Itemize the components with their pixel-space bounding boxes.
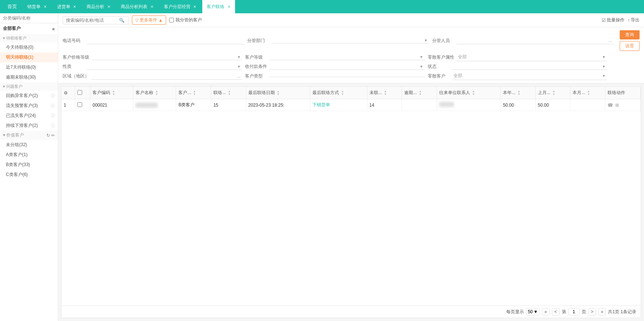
search-box[interactable]: 🔍 [63,16,129,24]
status-arrow: ▼ [602,65,606,69]
prev-page-btn[interactable]: < [552,308,560,315]
nav-product-analysis-list[interactable]: 商品分析列表 ✕ [116,0,158,13]
select-all-checkbox[interactable] [77,90,82,95]
nav-customer-contact-close[interactable]: ✕ [227,4,231,9]
sidebar-item-declining[interactable]: 持续下滑客户(2) ⓘ [0,121,58,131]
price-level-select[interactable]: ▼ [91,54,242,60]
dept-select[interactable]: ▼ [272,38,429,44]
query-btn[interactable]: 查询 [620,30,640,39]
sidebar-item-class-b[interactable]: B类客户(33) [0,160,58,170]
retail-customer-arrow: ▼ [602,74,606,78]
search-icon[interactable]: 🔍 [119,18,125,23]
row-overdue [402,99,437,111]
col-settings[interactable]: ⚙ [62,87,75,99]
nav-product-analysis[interactable]: 商品分析 ✕ [82,0,115,13]
person-select[interactable]: ... [456,37,614,44]
first-page-btn[interactable]: « [542,308,550,315]
col-this-month: 本月... ▲▼ [570,87,605,99]
this-month-sort[interactable]: ▲▼ [587,90,590,96]
sidebar-item-overdue[interactable]: 逾期未联络(30) [0,72,58,82]
per-page-select[interactable]: 50 ▼ [526,308,540,315]
sidebar-item-7days[interactable]: 近7天待联络(0) [0,62,58,72]
nav-purchase-order-close[interactable]: ✕ [73,4,76,9]
nav-customer-seg-close[interactable]: ✕ [193,4,196,9]
person-more-btn[interactable]: ... [609,38,612,43]
sidebar-item-abnormal-repurchase[interactable]: 回购异常客户(2) ⓘ [0,91,58,101]
sidebar-item-class-a[interactable]: A类客户(1) [0,150,58,160]
phone-input[interactable] [87,37,244,44]
col-checkbox [75,87,90,99]
col-contact-person: 往来单位联系人 ▲▼ [437,87,500,99]
overdue-sort[interactable]: ▲▼ [419,90,422,96]
sidebar-item-churn-warning[interactable]: 流失预警客户(3) ⓘ [0,101,58,111]
retail-customer-select[interactable]: 全部 ▼ [452,72,607,80]
my-customers-checkbox[interactable] [169,18,174,23]
row-select-checkbox[interactable] [77,102,82,107]
filter-customer-level: 客户等级 ▼ [245,54,424,61]
sidebar-search-box[interactable]: 🔍 [0,13,58,23]
nav-home[interactable]: 首页 [3,0,21,13]
col-last-date: 最后联络日期 ▲▼ [246,87,310,99]
sidebar-item-unclassified[interactable]: 未分组(32) [0,140,58,150]
region-select[interactable]: ... [91,73,242,80]
sidebar-item-class-c[interactable]: C类客户(6) [0,170,58,180]
bulk-action-btn[interactable]: ☑ 批量操作 [602,17,624,23]
page-number-input[interactable] [568,308,580,315]
row-contact-person [437,99,500,111]
nav-customer-segmentation[interactable]: 客户分层经营 ✕ [160,0,201,13]
sidebar-search-input[interactable] [3,15,58,21]
payment-select[interactable]: ▼ [269,64,424,70]
last-date-sort[interactable]: ▲▼ [277,90,280,96]
region-more-btn[interactable]: ... [237,73,241,79]
more-filter-btn[interactable]: ▽ 更多条件 ▲ [132,15,166,25]
all-customers-header[interactable]: 全部客户 « [0,23,58,34]
nav-sales-order-close[interactable]: ✕ [43,4,47,9]
nav-purchase-order[interactable]: 进货单 ✕ [53,0,81,13]
nav-product-analysis-list-close[interactable]: ✕ [150,4,154,9]
last-page-btn[interactable]: » [598,308,606,315]
nav-product-analysis-close[interactable]: ✕ [107,4,111,9]
table-wrapper[interactable]: ⚙ 客户编码 ▲▼ 客户名称 ▲▼ 客户... [62,87,641,306]
customer-type-select[interactable] [269,75,424,77]
data-table-area: ⚙ 客户编码 ▲▼ 客户名称 ▲▼ 客户... [61,86,641,318]
contact-person-sort[interactable]: ▲▼ [472,90,475,96]
sidebar-item-today[interactable]: 今天待联络(0) [0,42,58,52]
checkbox-icon: ☑ [602,18,606,23]
price-level-arrow: ▼ [237,55,241,59]
row-last-date: 2023-05-23 18:25: [246,99,310,111]
filter-row-1: 电话号码 分管部门 ▼ 分管人员 ... [63,30,640,51]
contact-sort[interactable]: ▲▼ [228,90,231,96]
uncontacted-sort[interactable]: ▲▼ [384,90,387,96]
my-customers-checkbox-label[interactable]: 我分管的客户 [169,17,202,23]
set-btn[interactable]: 设置 [620,41,640,51]
action-grid-icon[interactable]: ⊞ [615,103,619,108]
code-sort[interactable]: ▲▼ [112,90,115,96]
sidebar-item-tomorrow[interactable]: 明天待联络(1) [0,52,58,62]
last-month-sort[interactable]: ▲▼ [552,90,555,96]
nav-customer-contact[interactable]: 客户联络 ✕ [202,0,235,13]
info-icon-4: ⓘ [51,123,55,128]
sidebar-item-churned[interactable]: 已流失客户(24) ⓘ [0,111,58,121]
retail-attr-arrow: ▼ [602,55,606,59]
nature-select[interactable]: ▼ [87,64,242,70]
last-method-sort[interactable]: ▲▼ [341,90,344,96]
next-page-btn[interactable]: > [588,308,596,315]
content-area: 🔍 ▽ 更多条件 ▲ 我分管的客户 ☑ 批量操作 ↑ 导出 [58,13,644,321]
action-phone-icon[interactable]: ☎ [608,103,613,108]
search-input[interactable] [66,18,118,23]
this-year-sort[interactable]: ▲▼ [517,90,520,96]
row-last-method[interactable]: 下销货单 [310,99,367,111]
nav-sales-order[interactable]: 销货单 ✕ [23,0,51,13]
pagination: 每页显示 50 ▼ « < 第 页 > » 共1页 1条记录 [62,306,641,318]
export-btn[interactable]: ↑ 导出 [627,17,640,23]
type-sort[interactable]: ▲▼ [193,90,196,96]
name-sort[interactable]: ▲▼ [155,90,158,96]
total-count: 共1页 1条记录 [608,309,636,315]
customer-level-select[interactable]: ▼ [269,54,424,60]
info-icon-2: ⓘ [51,103,55,108]
filter-customer-type: 客户类型 [245,73,424,79]
last-method-link[interactable]: 下销货单 [312,102,330,107]
retail-attr-select[interactable]: 全部 ▼ [456,53,607,61]
status-select[interactable]: ▼ [452,64,607,70]
col-type: 客户... ▲▼ [176,87,211,99]
